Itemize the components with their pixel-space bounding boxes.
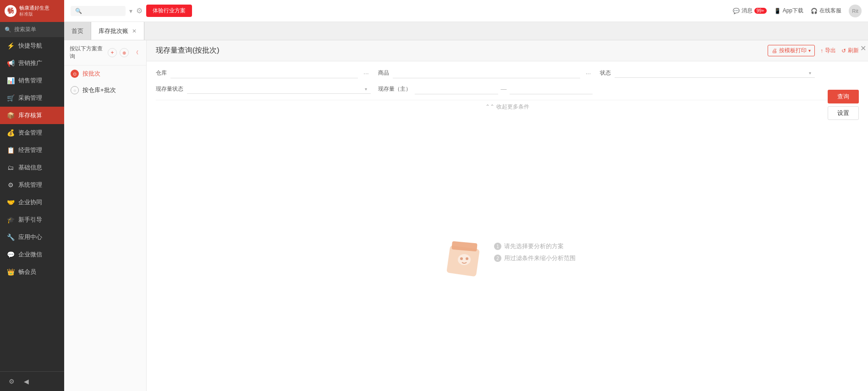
sidebar-settings-icon[interactable]: ⚙ (6, 376, 16, 386)
messages-label: 消息 (742, 7, 753, 15)
finance-icon: 💰 (6, 129, 15, 137)
query-header-actions: 🖨 按模板打印 ▾ ↑ 导出 ↺ 刷新 (768, 45, 859, 56)
tab-home[interactable]: 首页 (64, 22, 91, 40)
refresh-btn-label: 刷新 (848, 47, 859, 54)
topbar: 🔍 ▾ ⚙ 体验行业方案 💬 消息 99+ 📱 App下载 🎧 在线客服 (64, 0, 868, 22)
experience-btn[interactable]: 体验行业方案 (146, 5, 192, 17)
topbar-dropdown-icon[interactable]: ▾ (129, 7, 132, 15)
filter-item-by-batch-label: 按批次 (82, 70, 100, 78)
sidebar-item-wechat-label: 企业微信 (18, 250, 42, 259)
empty-step1-text: 请先选择要分析的方案 (504, 242, 564, 250)
inventory-qty-max[interactable] (510, 84, 593, 94)
inventory-status-field: 现存量状态 ▾ (156, 85, 371, 94)
tab-close-icon[interactable]: ✕ (132, 28, 137, 34)
sidebar-item-marketing[interactable]: 📢 营销推广 (0, 54, 64, 72)
inventory-status-select[interactable]: ▾ (187, 85, 371, 94)
sidebar-item-basic-label: 基础信息 (18, 163, 42, 172)
warehouse-input[interactable] (170, 68, 358, 78)
sidebar-item-newbie[interactable]: 🎓 新手引导 (0, 211, 64, 228)
basic-icon: 🗂 (6, 163, 15, 172)
topbar-search-icon: 🔍 (75, 8, 82, 14)
sidebar-item-app-center-label: 应用中心 (18, 233, 42, 241)
settings-scheme-btn[interactable]: ⊕ (120, 48, 129, 57)
product-more-icon[interactable]: ··· (584, 70, 593, 77)
filter-panel-header: 按以下方案查询 + ⊕ 《 (64, 40, 146, 65)
user-avatar[interactable]: Rit (849, 5, 862, 17)
collapse-filter-btn[interactable]: 《 (132, 48, 141, 57)
sidebar-collapse-icon[interactable]: ◀ (21, 376, 31, 386)
sidebar-item-enterprise-label: 企业协同 (18, 198, 42, 206)
product-label: 商品 (378, 69, 389, 77)
empty-state: 1 请先选择要分析的方案 2 用过滤条件来缩小分析范围 (147, 117, 868, 391)
sidebar-item-quick-nav[interactable]: ⚡ 快捷导航 (0, 37, 64, 54)
user-name: Rit (852, 8, 858, 14)
sidebar-search-item[interactable]: 🔍 搜索菜单 (0, 22, 64, 37)
sidebar-item-enterprise[interactable]: 🤝 企业协同 (0, 194, 64, 211)
warehouse-batch-scheme-icon: ○ (71, 86, 79, 94)
tab-home-label: 首页 (71, 27, 83, 35)
quick-nav-icon: ⚡ (6, 42, 15, 50)
topbar-left: 🔍 ▾ ⚙ 体验行业方案 (71, 5, 728, 17)
member-icon: 👑 (6, 268, 15, 276)
sidebar-item-member[interactable]: 👑 畅会员 (0, 263, 64, 281)
company-name: 畅康通好生意 (19, 5, 49, 11)
svg-point-3 (460, 257, 463, 260)
messages-btn[interactable]: 💬 消息 99+ (733, 7, 767, 15)
add-scheme-btn[interactable]: + (108, 48, 117, 57)
chevron-up-icon: ⌃⌃ (485, 103, 494, 110)
search-form: 仓库 ··· 商品 ··· 状态 ▾ (147, 61, 868, 117)
tab-inventory-batch[interactable]: 库存批次账 ✕ (91, 22, 144, 40)
status-select[interactable]: ▾ (615, 69, 815, 78)
inventory-status-dropdown-icon: ▾ (365, 87, 367, 92)
filter-item-by-warehouse-batch-label: 按仓库+批次 (82, 86, 116, 94)
topbar-right: 💬 消息 99+ 📱 App下载 🎧 在线客服 Rit (733, 5, 862, 17)
product-input[interactable] (393, 68, 580, 78)
form-row-2: 现存量状态 ▾ 现存量（主） — (156, 84, 859, 94)
sidebar-item-app-center[interactable]: 🔧 应用中心 (0, 228, 64, 246)
sidebar-header: 畅 畅康通好生意 标准版 (0, 0, 64, 22)
print-dropdown-icon[interactable]: ▾ (808, 48, 811, 53)
topbar-settings-icon[interactable]: ⚙ (136, 6, 143, 15)
company-info: 畅康通好生意 标准版 (19, 5, 49, 17)
form-row-1: 仓库 ··· 商品 ··· 状态 ▾ (156, 68, 859, 78)
sidebar-item-system[interactable]: ⚙ 系统管理 (0, 176, 64, 194)
range-separator: — (501, 86, 507, 92)
export-btn-label: 导出 (825, 47, 836, 54)
topbar-search-box[interactable]: 🔍 (71, 6, 126, 16)
system-icon: ⚙ (6, 181, 15, 189)
status-field: 状态 ▾ (600, 69, 815, 78)
sidebar-item-inventory[interactable]: 📦 库存核算 (0, 107, 64, 124)
app-download-btn[interactable]: 📱 App下载 (774, 7, 803, 15)
refresh-btn[interactable]: ↺ 刷新 (841, 47, 859, 54)
warehouse-more-icon[interactable]: ··· (362, 70, 371, 77)
messages-badge: 99+ (754, 8, 767, 14)
sidebar-item-basic[interactable]: 🗂 基础信息 (0, 159, 64, 176)
query-btn[interactable]: 查询 (828, 90, 859, 103)
online-service-btn[interactable]: 🎧 在线客服 (811, 7, 841, 15)
print-btn[interactable]: 🖨 按模板打印 ▾ (768, 45, 815, 56)
sidebar-item-finance[interactable]: 💰 资金管理 (0, 124, 64, 141)
filter-item-by-batch[interactable]: ⊙ 按批次 (64, 65, 146, 82)
filter-item-by-warehouse-batch[interactable]: ○ 按仓库+批次 (64, 82, 146, 98)
sidebar-scroll: ⚡ 快捷导航 📢 营销推广 📊 销售管理 🛒 采购管理 📦 库存核算 💰 资金管… (0, 37, 64, 371)
sidebar-item-operations[interactable]: 📋 经营管理 (0, 141, 64, 159)
inventory-icon: 📦 (6, 111, 15, 119)
sidebar-item-member-label: 畅会员 (18, 268, 36, 276)
enterprise-icon: 🤝 (6, 198, 15, 206)
close-panel-btn[interactable]: ✕ (860, 44, 866, 53)
sidebar-item-sales[interactable]: 📊 销售管理 (0, 72, 64, 89)
status-dropdown-icon: ▾ (809, 71, 811, 76)
export-btn[interactable]: ↑ 导出 (820, 47, 836, 54)
inventory-qty-label: 现存量（主） (378, 85, 411, 93)
sidebar-item-purchase[interactable]: 🛒 采购管理 (0, 89, 64, 107)
content-area: 按以下方案查询 + ⊕ 《 ⊙ 按批次 ○ 按仓库+批次 现存量查询(按批次) (64, 40, 868, 391)
sidebar-item-finance-label: 资金管理 (18, 129, 42, 137)
operations-icon: 📋 (6, 146, 15, 154)
settings-btn[interactable]: 设置 (828, 106, 859, 120)
newbie-icon: 🎓 (6, 216, 15, 224)
filter-panel-title: 按以下方案查询 (70, 45, 108, 60)
sidebar-item-wechat[interactable]: 💬 企业微信 (0, 246, 64, 263)
online-service-icon: 🎧 (811, 8, 818, 14)
collapse-conditions-btn[interactable]: ⌃⌃ 收起更多条件 (156, 100, 859, 114)
inventory-qty-min[interactable] (415, 84, 498, 94)
